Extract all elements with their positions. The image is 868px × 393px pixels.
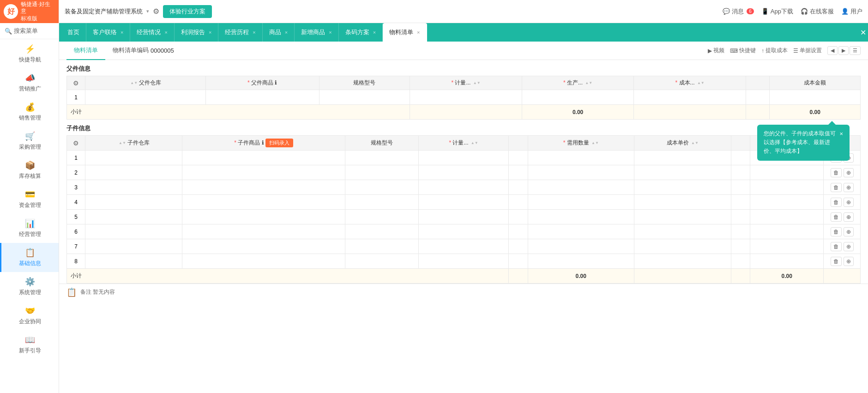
- child-cell-amount-2[interactable]: [750, 165, 824, 180]
- sidebar-item-enterprise[interactable]: 🤝 企业协同: [0, 301, 59, 330]
- tab-operations[interactable]: 经营情况 ×: [130, 23, 174, 42]
- child-cell-warehouse-7[interactable]: [85, 239, 182, 254]
- child-cell-unit-cost-6[interactable]: [634, 224, 731, 239]
- child-cell-unit-7[interactable]: [418, 239, 509, 254]
- tab-barcode-close[interactable]: ×: [373, 30, 376, 35]
- sidebar-item-basic-info[interactable]: 📋 基础信息: [0, 243, 59, 272]
- app-download-action[interactable]: 📱 App下载: [761, 7, 793, 16]
- child-cell-amount-7[interactable]: [750, 239, 824, 254]
- child-cell-warehouse-8[interactable]: [85, 254, 182, 269]
- child-cell-qty-2[interactable]: [528, 165, 634, 180]
- user-action[interactable]: 👤 用户: [841, 7, 862, 16]
- child-cell-unit-1[interactable]: [418, 151, 509, 165]
- sidebar-item-operations[interactable]: 📊 经营管理: [0, 214, 59, 243]
- child-cell-unit-cost-4[interactable]: [634, 195, 731, 210]
- child-cell-unit-cost-1[interactable]: [634, 151, 731, 165]
- child-cell-qty-7[interactable]: [528, 239, 634, 254]
- child-cell-spec-6[interactable]: [345, 224, 419, 239]
- shortcut-action[interactable]: ⌨ 快捷键: [730, 47, 756, 54]
- child-cell-warehouse-2[interactable]: [85, 165, 182, 180]
- child-cell-unit-cost-8[interactable]: [634, 254, 731, 269]
- sidebar-item-sales[interactable]: 💰 销售管理: [0, 97, 59, 127]
- copy-btn-3[interactable]: ⊕: [844, 183, 854, 192]
- child-cell-unit-cost-3[interactable]: [634, 180, 731, 195]
- child-cell-warehouse-3[interactable]: [85, 180, 182, 195]
- tab-bom-close[interactable]: ×: [417, 30, 420, 35]
- delete-btn-2[interactable]: 🗑: [831, 168, 842, 177]
- next-arrow[interactable]: ▶: [838, 46, 849, 55]
- child-cell-unit-cost-2[interactable]: [634, 165, 731, 180]
- copy-btn-4[interactable]: ⊕: [844, 198, 854, 207]
- message-action[interactable]: 💬 消息 6: [723, 7, 754, 16]
- single-settings-action[interactable]: ☰ 单据设置: [793, 47, 822, 54]
- parent-cell-amount[interactable]: [770, 90, 861, 105]
- child-cell-warehouse-6[interactable]: [85, 224, 182, 239]
- sub-tab-bom-list[interactable]: 物料清单: [66, 42, 105, 60]
- child-cell-qty-8[interactable]: [528, 254, 634, 269]
- child-cell-spec-1[interactable]: [345, 151, 419, 165]
- child-cell-unit-8[interactable]: [418, 254, 509, 269]
- parent-cell-production[interactable]: [522, 90, 634, 105]
- child-cell-spec-8[interactable]: [345, 254, 419, 269]
- child-cell-warehouse-4[interactable]: [85, 195, 182, 210]
- sidebar-item-inventory[interactable]: 📦 库存核算: [0, 156, 59, 185]
- extract-cost-action[interactable]: ↑ 提取成本: [761, 47, 788, 54]
- child-cell-amount-5[interactable]: [750, 210, 824, 224]
- child-cell-qty-1[interactable]: [528, 151, 634, 165]
- child-cell-spec-2[interactable]: [345, 165, 419, 180]
- copy-btn-5[interactable]: ⊕: [844, 212, 854, 222]
- child-cell-spec-4[interactable]: [345, 195, 419, 210]
- tab-profit[interactable]: 利润报告 ×: [175, 23, 218, 42]
- sidebar-item-purchase[interactable]: 🛒 采购管理: [0, 127, 59, 156]
- child-cell-unit-2[interactable]: [418, 165, 509, 180]
- delete-btn-3[interactable]: 🗑: [831, 183, 842, 192]
- child-cell-warehouse-1[interactable]: [85, 151, 182, 165]
- tab-profit-close[interactable]: ×: [209, 30, 211, 35]
- online-service-action[interactable]: 🎧 在线客服: [801, 7, 834, 16]
- child-gear-icon[interactable]: ⚙: [73, 139, 79, 147]
- search-menu-item[interactable]: 🔍 搜索菜单: [0, 23, 59, 39]
- sidebar-item-guide[interactable]: 📖 新手引导: [0, 330, 59, 359]
- parent-cell-cost[interactable]: [634, 90, 746, 105]
- child-cell-amount-6[interactable]: [750, 224, 824, 239]
- parent-cell-unit[interactable]: [410, 90, 522, 105]
- child-cell-qty-6[interactable]: [528, 224, 634, 239]
- tab-barcode[interactable]: 条码方案 ×: [339, 23, 383, 42]
- sidebar-item-system[interactable]: ⚙️ 系统管理: [0, 272, 59, 301]
- tab-goods[interactable]: 商品 ×: [263, 23, 295, 42]
- child-cell-goods-5[interactable]: [182, 210, 345, 224]
- child-cell-goods-1[interactable]: [182, 151, 345, 165]
- child-cell-qty-4[interactable]: [528, 195, 634, 210]
- tab-goods-close[interactable]: ×: [285, 30, 288, 35]
- child-cell-warehouse-5[interactable]: [85, 210, 182, 224]
- tab-home[interactable]: 首页: [61, 23, 86, 42]
- sidebar-item-finance[interactable]: 💳 资金管理: [0, 185, 59, 214]
- parent-cell-goods[interactable]: [205, 90, 319, 105]
- child-cell-unit-6[interactable]: [418, 224, 509, 239]
- child-cell-amount-4[interactable]: [750, 195, 824, 210]
- child-cell-unit-cost-5[interactable]: [634, 210, 731, 224]
- delete-btn-6[interactable]: 🗑: [831, 227, 842, 236]
- child-cell-spec-7[interactable]: [345, 239, 419, 254]
- tab-customer-close[interactable]: ×: [121, 30, 123, 35]
- parent-cell-warehouse[interactable]: [85, 90, 206, 105]
- delete-btn-8[interactable]: 🗑: [831, 257, 842, 266]
- prev-arrow[interactable]: ◀: [827, 46, 838, 55]
- sidebar-item-marketing[interactable]: 📣 营销推广: [0, 68, 59, 97]
- child-cell-goods-7[interactable]: [182, 239, 345, 254]
- child-cell-qty-3[interactable]: [528, 180, 634, 195]
- close-all-tabs-icon[interactable]: ✕: [860, 28, 866, 37]
- copy-btn-7[interactable]: ⊕: [844, 242, 854, 251]
- copy-btn-6[interactable]: ⊕: [844, 227, 854, 236]
- copy-btn-8[interactable]: ⊕: [844, 257, 854, 266]
- tab-customer[interactable]: 客户联络 ×: [86, 23, 130, 42]
- child-cell-unit-3[interactable]: [418, 180, 509, 195]
- child-cell-amount-8[interactable]: [750, 254, 824, 269]
- child-cell-amount-3[interactable]: [750, 180, 824, 195]
- copy-btn-2[interactable]: ⊕: [844, 168, 854, 177]
- video-action[interactable]: ▶ 视频: [708, 47, 724, 54]
- tab-history-close[interactable]: ×: [253, 30, 255, 35]
- tab-new-goods-close[interactable]: ×: [329, 30, 332, 35]
- child-cell-qty-5[interactable]: [528, 210, 634, 224]
- tab-bom[interactable]: 物料清单 ×: [383, 23, 427, 42]
